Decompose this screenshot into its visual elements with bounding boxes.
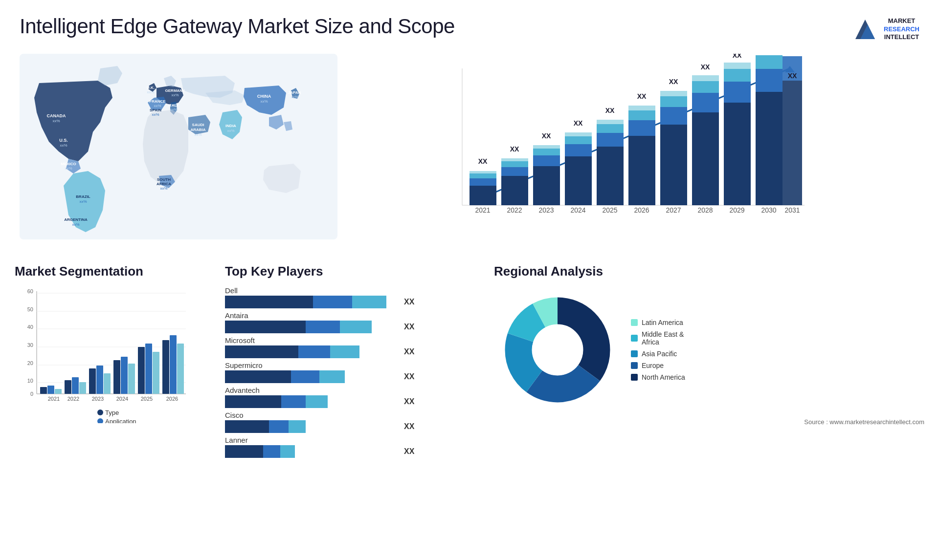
growth-chart-section: XX 2021 XX 2022 XX 2023 — [337, 49, 924, 254]
page-title: Intelligent Edge Gateway Market Size and… — [20, 15, 455, 38]
svg-rect-130 — [128, 364, 135, 394]
svg-text:2023: 2023 — [538, 206, 554, 214]
legend-label-na: North America — [642, 373, 685, 381]
svg-text:XX: XX — [701, 63, 710, 71]
svg-rect-63 — [597, 147, 624, 205]
regional-title: Regional Analysis — [494, 264, 924, 279]
svg-text:2029: 2029 — [729, 206, 744, 214]
player-bar-advantech: XX — [225, 395, 479, 408]
svg-text:Type: Type — [105, 409, 119, 416]
svg-text:FRANCE: FRANCE — [149, 99, 166, 104]
world-map-svg: CANADA xx% U.S. xx% MEXICO xx% BRAZIL xx… — [20, 54, 337, 239]
svg-text:XX: XX — [669, 78, 678, 86]
logo-text: MARKET RESEARCH INTELLECT — [884, 17, 919, 42]
svg-text:SAUDI: SAUDI — [192, 123, 204, 127]
svg-rect-136 — [162, 340, 169, 394]
svg-rect-58 — [565, 144, 592, 156]
player-advantech: Advantech XX — [225, 386, 479, 408]
svg-rect-125 — [96, 366, 103, 394]
svg-text:40: 40 — [27, 324, 33, 330]
svg-text:xx%: xx% — [65, 166, 72, 171]
player-bar-cisco: XX — [225, 420, 479, 433]
player-microsoft: Microsoft XX — [225, 336, 479, 358]
svg-rect-124 — [89, 368, 96, 394]
svg-text:xx%: xx% — [60, 143, 67, 148]
svg-text:Application: Application — [105, 418, 136, 423]
bottom-grid: Market Segmentation 60 50 40 30 20 10 0 — [0, 254, 939, 466]
svg-text:ITALY: ITALY — [168, 103, 179, 108]
legend-color-latin — [631, 319, 638, 326]
svg-text:2028: 2028 — [697, 206, 713, 214]
svg-rect-132 — [138, 347, 145, 394]
chart-svg: XX 2021 XX 2022 XX 2023 — [342, 54, 910, 239]
svg-text:2026: 2026 — [166, 396, 178, 402]
svg-text:xx%: xx% — [160, 186, 167, 191]
svg-text:xx%: xx% — [147, 90, 154, 94]
svg-rect-82 — [692, 93, 719, 112]
svg-rect-41 — [470, 173, 496, 178]
svg-rect-116 — [40, 387, 47, 394]
svg-rect-129 — [121, 357, 128, 394]
svg-rect-87 — [724, 103, 751, 205]
donut-chart — [494, 286, 621, 413]
svg-rect-117 — [47, 386, 54, 394]
svg-text:BRAZIL: BRAZIL — [76, 194, 90, 199]
svg-text:xx%: xx% — [227, 129, 234, 133]
svg-text:xx%: xx% — [79, 199, 87, 204]
svg-rect-95 — [756, 55, 782, 69]
player-bar-microsoft: XX — [225, 345, 479, 358]
page-header: Intelligent Edge Gateway Market Size and… — [0, 0, 939, 49]
svg-rect-71 — [628, 110, 655, 120]
legend-label-asia: Asia Pacific — [642, 350, 677, 358]
svg-text:2024: 2024 — [116, 396, 128, 402]
svg-rect-72 — [628, 106, 655, 110]
svg-rect-70 — [628, 120, 655, 136]
segmentation-section: Market Segmentation 60 50 40 30 20 10 0 — [15, 264, 210, 461]
segmentation-chart: 60 50 40 30 20 10 0 2021 2022 — [15, 286, 191, 423]
svg-text:XX: XX — [574, 119, 583, 127]
regional-section: Regional Analysis Latin America — [494, 264, 924, 461]
map-section: CANADA xx% U.S. xx% MEXICO xx% BRAZIL xx… — [15, 49, 337, 254]
svg-text:CHINA: CHINA — [257, 94, 271, 99]
svg-rect-138 — [177, 344, 184, 394]
svg-text:U.S.: U.S. — [59, 138, 68, 143]
svg-point-142 — [97, 418, 103, 423]
svg-rect-122 — [79, 382, 86, 394]
svg-point-140 — [97, 409, 103, 415]
svg-rect-89 — [724, 69, 751, 82]
svg-text:60: 60 — [27, 288, 33, 294]
svg-text:U.K.: U.K. — [147, 86, 155, 90]
player-bar-lanner: XX — [225, 445, 479, 458]
svg-text:2025: 2025 — [602, 206, 617, 214]
donut-legend: Latin America Middle East &Africa Asia P… — [631, 319, 685, 381]
svg-rect-78 — [660, 91, 687, 96]
svg-text:2024: 2024 — [570, 206, 585, 214]
legend-color-na — [631, 374, 638, 381]
player-bar-dell: XX — [225, 296, 479, 308]
svg-text:50: 50 — [27, 306, 33, 312]
svg-rect-69 — [628, 136, 655, 205]
svg-text:XX: XX — [637, 92, 647, 100]
svg-text:2027: 2027 — [666, 206, 681, 214]
logo: MARKET RESEARCH INTELLECT — [850, 15, 919, 44]
svg-rect-47 — [501, 161, 528, 167]
svg-text:GERMANY: GERMANY — [165, 88, 186, 93]
svg-text:MEXICO: MEXICO — [61, 162, 76, 166]
svg-text:xx%: xx% — [72, 222, 79, 227]
svg-rect-45 — [501, 176, 528, 205]
svg-rect-51 — [533, 166, 560, 205]
players-list: Dell XX Antaira — [225, 286, 479, 458]
svg-rect-137 — [170, 335, 177, 394]
player-bar-supermicro: XX — [225, 370, 479, 383]
svg-text:2022: 2022 — [67, 396, 79, 402]
svg-text:10: 10 — [27, 378, 33, 384]
svg-rect-77 — [660, 96, 687, 107]
svg-text:2021: 2021 — [475, 206, 490, 214]
svg-text:xx%: xx% — [152, 112, 159, 117]
svg-rect-134 — [153, 352, 159, 394]
svg-rect-120 — [65, 380, 71, 394]
svg-text:2025: 2025 — [141, 396, 153, 402]
legend-asia: Asia Pacific — [631, 350, 685, 358]
svg-text:2022: 2022 — [507, 206, 522, 214]
svg-rect-64 — [597, 133, 624, 147]
